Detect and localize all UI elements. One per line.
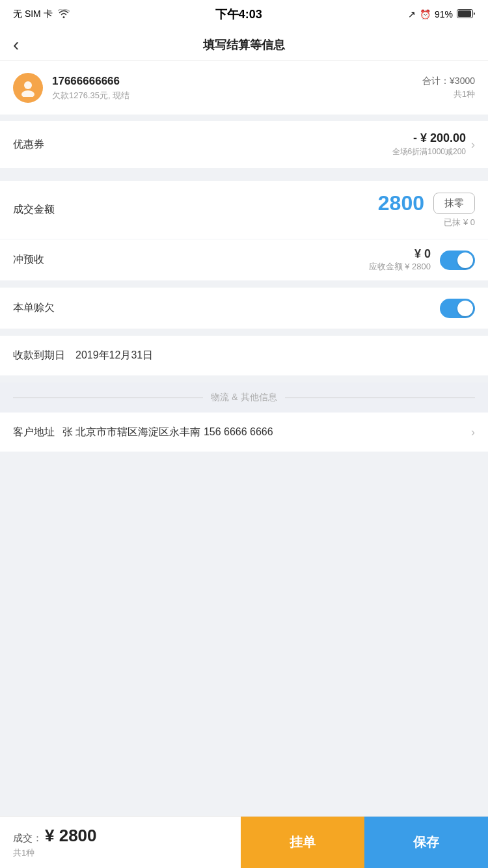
section-separator-4 [0,376,488,383]
sim-text: 无 SIM 卡 [13,8,53,20]
deal-top: 2800 抹零 [378,191,475,215]
total-label: 合计：¥3000 [422,75,475,87]
status-time: 下午4:03 [215,7,262,22]
debt-row: 本单赊欠 [0,288,488,329]
customer-phone: 17666666666 [52,75,129,88]
round-zero-button[interactable]: 抹零 [433,193,475,214]
section-separator-1 [0,174,488,181]
status-left: 无 SIM 卡 [13,8,70,20]
debt-label: 本单赊欠 [13,301,55,315]
bottom-amount: ¥ 2800 [45,826,97,846]
svg-rect-1 [458,10,471,17]
address-value: 张 北京市市辖区海淀区永丰南 156 6666 6666 [62,424,463,440]
content-area: 17666666666 欠款1276.35元, 现结 合计：¥3000 共1种 … [0,61,488,614]
deal-sub: 已抹 ¥ 0 [444,217,475,228]
section-separator-2 [0,281,488,288]
nav-bar: ‹ 填写结算等信息 [0,29,488,61]
svg-point-3 [21,90,34,97]
prepay-sub: 应收金额 ¥ 2800 [369,261,431,273]
bottom-summary: 成交： ¥ 2800 共1种 [0,826,241,859]
back-button[interactable]: ‹ [13,29,25,61]
deal-value: 2800 [378,191,424,215]
avatar [13,73,43,103]
divider-line-right [285,398,475,398]
due-date-label: 收款到期日 [13,349,65,362]
prepay-toggle[interactable] [440,251,475,270]
deal-right: 2800 抹零 已抹 ¥ 0 [378,191,475,228]
customer-card: 17666666666 欠款1276.35元, 现结 合计：¥3000 共1种 [0,61,488,115]
coupon-amount: - ¥ 200.00 [392,131,466,145]
coupon-desc: 全场6折满1000减200 [392,146,466,157]
due-date-row: 收款到期日 2019年12月31日 [0,336,488,376]
coupon-chevron-icon: › [471,138,475,152]
customer-info: 17666666666 欠款1276.35元, 现结 [52,75,129,102]
coupon-row[interactable]: 优惠券 - ¥ 200.00 全场6折满1000减200 › [0,121,488,168]
customer-left: 17666666666 欠款1276.35元, 现结 [13,73,129,103]
address-label: 客户地址 [13,426,55,439]
location-icon: ↗ [408,9,416,20]
address-row[interactable]: 客户地址 张 北京市市辖区海淀区永丰南 156 6666 6666 › [0,413,488,452]
bottom-bar: 成交： ¥ 2800 共1种 挂单 保存 [0,816,488,868]
status-bar: 无 SIM 卡 下午4:03 ↗ ⏰ 91% [0,0,488,29]
customer-right: 合计：¥3000 共1种 [422,75,475,100]
alarm-icon: ⏰ [420,9,431,20]
bottom-count: 共1种 [13,847,228,859]
coupon-right: - ¥ 200.00 全场6折满1000减200 › [392,131,475,157]
section-divider: 物流 & 其他信息 [0,383,488,413]
coupon-label: 优惠券 [13,138,44,152]
status-right: ↗ ⏰ 91% [408,9,475,20]
page-title: 填写结算等信息 [203,37,285,53]
deal-amount-row: 成交金额 2800 抹零 已抹 ¥ 0 [0,181,488,239]
debt-toggle[interactable] [440,299,475,318]
form-section: 成交金额 2800 抹零 已抹 ¥ 0 冲预收 ¥ 0 应收金额 ¥ 2800 [0,181,488,281]
hang-button[interactable]: 挂单 [241,817,364,869]
prepay-value: ¥ 0 [369,247,431,261]
battery-icon [457,9,475,20]
wifi-icon [58,9,70,20]
prepay-label: 冲预收 [13,253,44,267]
svg-point-2 [24,81,32,89]
deal-label: 成交金额 [13,203,55,217]
due-date-value: 2019年12月31日 [75,349,153,362]
battery-text: 91% [435,9,453,20]
bottom-deal-label: 成交： [13,832,42,845]
divider-line-left [13,398,203,398]
save-button[interactable]: 保存 [364,817,488,869]
section-separator-3 [0,329,488,336]
gray-area [0,452,488,556]
address-chevron-icon: › [471,426,475,439]
total-count: 共1种 [422,88,475,100]
prepay-row: 冲预收 ¥ 0 应收金额 ¥ 2800 [0,239,488,281]
customer-sub: 欠款1276.35元, 现结 [52,90,129,102]
divider-text: 物流 & 其他信息 [211,392,277,403]
due-date-section: 收款到期日 2019年12月31日 [0,336,488,376]
prepay-right: ¥ 0 应收金额 ¥ 2800 [369,247,475,273]
debt-section: 本单赊欠 [0,288,488,329]
